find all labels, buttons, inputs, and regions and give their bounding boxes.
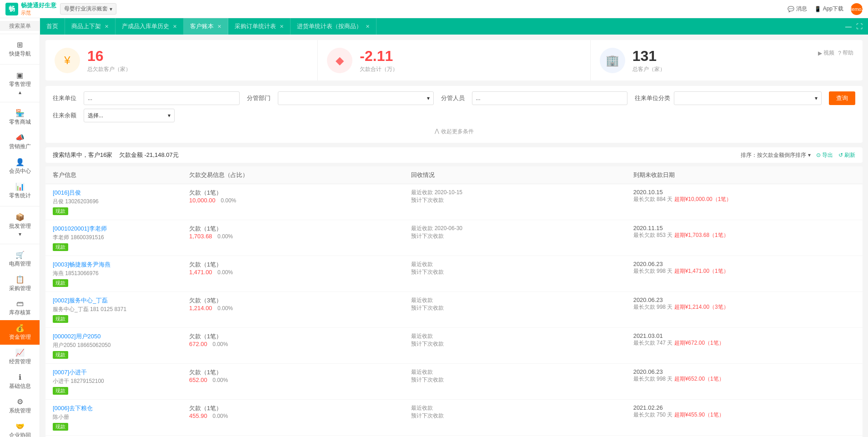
stat-info-total-debt: -2.11 欠款合计（万） [360,47,398,73]
refresh-icon: ↺ [838,152,843,158]
debt-amount-6[interactable]: 455.90 [189,412,207,419]
debt-label-4: 欠款（1笔） [189,332,411,341]
customer-name-0[interactable]: [0016]吕俊 [53,189,189,197]
sidebar-item-retail-stat[interactable]: 📊 零售统计 [0,179,40,203]
search-button[interactable]: 查询 [829,91,855,105]
overdue-link-1[interactable]: 超期¥1,703.68（1笔） [674,232,729,238]
debt-amount-3[interactable]: 1,214.00 [189,305,212,311]
tab-collapse-button[interactable]: — [843,22,853,31]
stat-card-total-debt: ◆ -2.11 欠款合计（万） [318,40,590,80]
sidebar-item-basic[interactable]: ℹ 基础信息 [0,369,40,394]
store-selector[interactable]: 母婴行业演示账套 ▾ [60,3,116,15]
sidebar-item-marketing[interactable]: 📣 营销推广 [0,130,40,154]
tab-product-shelf[interactable]: 商品上下架 ✕ [65,18,115,35]
debt-amount-2[interactable]: 1,471.00 [189,269,212,276]
app-download-button[interactable]: 📱 App下载 [814,5,843,13]
customer-name-3[interactable]: [0002]服务中心_丁磊 [53,296,189,305]
collapse-row[interactable]: ⋀ 收起更多条件 [53,126,855,137]
sidebar-item-batch-mgmt[interactable]: 📦 批发管理 ▾ [0,209,40,241]
overdue-info-0: 2020.10.15 最长欠款 884 天 超期¥10,000.00（1笔） [633,189,855,215]
overdue-link-3[interactable]: 超期¥1,214.00（3笔） [674,304,729,310]
stat-icon: 📊 [15,182,25,191]
export-button[interactable]: ⊙ 导出 [816,151,833,159]
filter-row-1: 往来单位 ... 分管部门 ▾ 分管人员 [53,91,855,105]
customer-name-5[interactable]: [0007]小进干 [53,368,189,377]
filter-row-2: 往来余额 选择... ▾ [53,109,855,122]
logo-sub: 示范 [21,10,56,16]
sidebar-item-retail-mgmt[interactable]: ▣ 零售管理 ▴ [0,67,40,99]
stat-icon-customers: 🏢 [600,48,625,73]
sidebar-item-nav[interactable]: ⊞ 快捷导航 [0,37,40,61]
filter-select-balance[interactable]: 选择... ▾ [84,109,175,122]
overdue-info-3: 2020.06.23 最长欠款 998 天 超期¥1,214.00（3笔） [633,296,855,323]
table-row: [0016]吕俊 吕俊 13026203696 现款 欠款（1笔） 10,000… [45,184,863,220]
filter-item-category: 往来单位分类 ▾ [635,91,822,105]
sidebar-item-capital[interactable]: 💰 资金管理 [0,320,40,345]
customer-tag-5: 现款 [53,387,68,395]
overdue-date-0: 2020.10.15 [633,189,855,196]
customer-name-1[interactable]: [0001020001]李老师 [53,225,189,233]
tab-purchase-order[interactable]: 采购订单统计表 ✕ [228,18,291,35]
tab-bar: 首页 商品上下架 ✕ 产成品入库单历史 ✕ 客户账本 ✕ 采购订单统计表 ✕ 进… [40,18,868,35]
customer-contact-4: 用户2050 18665062050 [53,342,189,349]
debt-amount-1[interactable]: 1,703.68 [189,233,212,240]
tab-customer-account[interactable]: 客户账本 ✕ [184,18,228,35]
customer-info-3: [0002]服务中心_丁磊 服务中心_丁磊 181 0125 8371 现款 [53,296,189,323]
result-bar: 搜索结果中，客户16家 欠款金额 -21,148.07元 排序：按欠款金额倒序排… [45,147,863,163]
tab-fullscreen-button[interactable]: ⛶ [854,22,864,31]
tab-close-customer-account[interactable]: ✕ [217,24,221,30]
customer-tag-0: 现款 [53,207,68,215]
sidebar-item-stock[interactable]: 🗃 库存核算 [0,296,40,320]
user-menu[interactable]: demo2 [851,3,863,15]
tab-close-production-history[interactable]: ✕ [173,24,177,30]
tab-close-product-shelf[interactable]: ✕ [105,24,109,30]
tab-production-history[interactable]: 产成品入库单历史 ✕ [115,18,184,35]
content-area: 首页 商品上下架 ✕ 产成品入库单历史 ✕ 客户账本 ✕ 采购订单统计表 ✕ 进… [40,18,868,437]
customer-contact-1: 李老师 18600391516 [53,234,189,241]
overdue-link-4[interactable]: 超期¥672.00（1笔） [674,340,724,346]
help-button[interactable]: ? 帮助 [838,49,853,57]
debt-amount-5[interactable]: 652.00 [189,377,207,383]
stat-label-debt: 总欠款客户（家） [87,65,131,73]
refresh-button[interactable]: ↺ 刷新 [838,151,855,159]
tab-close-purchase-order[interactable]: ✕ [280,24,284,30]
header-right: 💬 消息 📱 App下载 demo2 [788,3,863,15]
member-icon: 👤 [15,158,25,166]
chevron-balance-icon: ▾ [168,112,171,119]
sidebar-item-ecom[interactable]: 🛒 电商管理 [0,247,40,271]
sidebar-item-ops[interactable]: 📈 经营管理 [0,345,40,369]
tab-home[interactable]: 首页 [40,18,65,35]
sys-icon: ⚙ [17,397,23,406]
sidebar-item-enterprise[interactable]: 🤝 企业协同 [0,418,40,437]
sort-selector[interactable]: 排序：按欠款金额倒序排序 ▾ [741,151,811,159]
debt-info-2: 欠款（1笔） 1,471.00 0.00% [189,261,411,287]
customer-name-4[interactable]: [000002]用户2050 [53,332,189,341]
customer-name-6[interactable]: [0006]去下粮仓 [53,404,189,412]
overdue-link-5[interactable]: 超期¥652.00（1笔） [674,376,724,382]
avatar: demo2 [851,3,863,15]
overdue-link-0[interactable]: 超期¥10,000.00（1笔） [674,196,732,202]
debt-percent-2: 0.00% [217,269,233,276]
filter-label-balance: 往来余额 [53,111,80,120]
filter-input-person[interactable]: ... [472,91,628,105]
sidebar-item-purchase[interactable]: 📋 采购管理 [0,271,40,296]
table-header: 客户信息 欠款交易信息（占比） 回收情况 到期未收款日期 [45,166,863,184]
overdue-link-6[interactable]: 超期¥455.90（1笔） [674,412,724,418]
debt-amount-4[interactable]: 672.00 [189,341,207,347]
phone-icon: 📱 [814,6,821,12]
sidebar-item-retail-mall[interactable]: 🏪 零售商城 [0,105,40,130]
message-button[interactable]: 💬 消息 [788,5,807,13]
sidebar-item-member[interactable]: 👤 会员中心 [0,154,40,179]
filter-select-dept[interactable]: ▾ [278,91,434,105]
tab-close-import-stat[interactable]: ✕ [366,24,370,30]
filter-select-category[interactable]: ▾ [674,91,822,105]
search-input[interactable] [0,21,40,31]
customer-name-2[interactable]: [0003]畅捷服务尹海燕 [53,261,189,269]
overdue-link-2[interactable]: 超期¥1,471.00（1笔） [674,268,729,274]
video-button[interactable]: ▶ 视频 [818,49,834,57]
debt-amount-0[interactable]: 10,000.00 [189,197,216,204]
sidebar-item-sys[interactable]: ⚙ 系统管理 [0,394,40,418]
tab-import-stat[interactable]: 进货单统计表（按商品） ✕ [291,18,376,35]
table-row: [0003]畅捷服务尹海燕 海燕 18513066976 现款 欠款（1笔） 1… [45,256,863,292]
filter-input-unit[interactable]: ... [84,91,240,105]
